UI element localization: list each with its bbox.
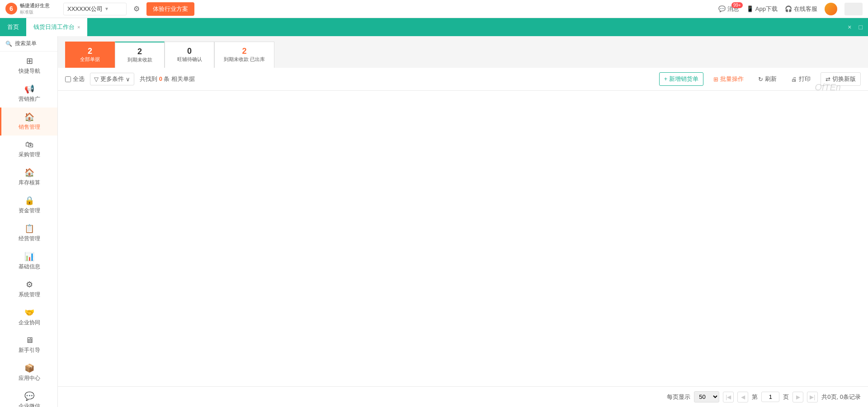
print-icon: 🖨 [791, 76, 797, 83]
tab-maximize-icon[interactable]: □ [857, 22, 864, 33]
service-icon: 🎧 [785, 5, 792, 12]
corp-wechat-icon: 💬 [24, 391, 34, 401]
more-conditions-label: 更多条件 [100, 75, 124, 83]
page-label: 第 [752, 393, 758, 401]
print-btn[interactable]: 🖨 打印 [787, 73, 815, 85]
filter-tab-wangpu[interactable]: 0 旺辅待确认 [165, 42, 214, 68]
app-center-icon: 📦 [24, 363, 34, 373]
sidebar-item-sales[interactable]: 🏠 销售管理 [0, 108, 57, 136]
filter-all-label: 全部单据 [75, 56, 105, 63]
top-header: 6 畅捷通好生意 标准版 XXXXXX公司 ▼ ⚙ 体验行业方案 💬 消息 99… [0, 0, 868, 18]
filter-overdue-count: 2 [124, 47, 155, 56]
user-name-area[interactable] [844, 3, 863, 15]
system-label: 系统管理 [19, 291, 40, 299]
filter-icon: ▽ [94, 76, 99, 83]
page-last-btn[interactable]: ▶| [807, 392, 818, 402]
tab-current[interactable]: 钱货日清工作台 × [26, 18, 87, 36]
per-page-label: 每页显示 [667, 393, 690, 401]
refresh-icon: ↻ [758, 76, 763, 83]
home-tab-label: 首页 [7, 23, 19, 31]
refresh-btn[interactable]: ↻ 刷新 [754, 73, 781, 85]
filter-tab-overdue[interactable]: 2 到期未收款 [115, 42, 165, 68]
sidebar-item-purchase[interactable]: 🛍 采购管理 [0, 136, 57, 163]
page-suffix: 页 [783, 393, 789, 401]
switch-version-btn[interactable]: ⇄ 切换新版 [821, 72, 861, 86]
tab-close-icon[interactable]: × [77, 24, 80, 30]
filter-overdue-label: 到期未收款 [124, 56, 155, 63]
tab-minimize-icon[interactable]: × [846, 22, 853, 33]
filter-all-count: 2 [75, 47, 105, 56]
download-icon: 📱 [746, 5, 754, 12]
more-conditions-btn[interactable]: ▽ 更多条件 ∨ [90, 73, 134, 85]
sidebar-item-system[interactable]: ⚙ 系统管理 [0, 275, 57, 303]
sidebar-item-marketing[interactable]: 📢 营销推广 [0, 80, 57, 108]
found-suffix: 条 相关单据 [164, 75, 195, 82]
sales-label: 销售管理 [19, 123, 40, 131]
current-tab-label: 钱货日清工作台 [33, 23, 75, 31]
select-all-input[interactable] [65, 76, 71, 82]
page-first-btn[interactable]: |◀ [723, 392, 734, 402]
page-size-select[interactable]: 10 20 50 100 [694, 391, 719, 402]
sidebar-search[interactable]: 🔍 搜索菜单 [0, 36, 57, 51]
sidebar-item-corp-collab[interactable]: 🤝 企业协同 [0, 303, 57, 331]
filter-tab-all[interactable]: 2 全部单据 [65, 42, 115, 68]
purchase-label: 采购管理 [19, 151, 40, 159]
quick-nav-label: 快捷导航 [19, 67, 40, 75]
page-input[interactable] [761, 392, 779, 402]
trial-button[interactable]: 体验行业方案 [146, 2, 194, 16]
message-badge: 99+ [731, 2, 743, 8]
sidebar-item-quick-nav[interactable]: ⊞ 快捷导航 [0, 51, 57, 80]
header-right: 💬 消息 99+ 📱 App下载 🎧 在线客服 [718, 3, 863, 15]
company-name: XXXXXX公司 [67, 5, 103, 13]
online-service-action[interactable]: 🎧 在线客服 [785, 5, 817, 13]
message-icon: 💬 [718, 5, 726, 12]
company-selector[interactable]: XXXXXX公司 ▼ [63, 3, 127, 15]
filter-unshipped-count: 2 [224, 47, 265, 56]
empty-state [58, 91, 868, 271]
settings-icon[interactable]: ⚙ [130, 3, 143, 15]
found-prefix: 共找到 [140, 75, 157, 82]
app-download-action[interactable]: 📱 App下载 [746, 5, 778, 13]
add-order-btn[interactable]: + 新增销货单 [659, 72, 703, 86]
table-container [58, 91, 868, 386]
basic-info-icon: 📊 [24, 252, 34, 262]
switch-icon: ⇄ [826, 76, 830, 83]
found-count: 0 [159, 75, 162, 82]
app-version: 标准版 [20, 9, 50, 15]
filter-tab-unshipped[interactable]: 2 到期未收款 已出库 [214, 42, 274, 68]
sidebar-item-operations[interactable]: 📋 经营管理 [0, 219, 57, 247]
print-label: 打印 [799, 75, 811, 83]
page-next-btn[interactable]: ▶ [793, 392, 803, 402]
switch-label: 切换新版 [832, 75, 856, 83]
message-action[interactable]: 💬 消息 99+ [718, 5, 739, 13]
search-icon: 🔍 [5, 41, 12, 47]
select-all-checkbox[interactable]: 全选 [65, 75, 85, 83]
filter-tabs: 2 全部单据 2 到期未收款 0 旺辅待确认 2 到期未收款 已出库 [58, 36, 868, 68]
avatar[interactable] [825, 3, 837, 15]
sidebar-item-basic-info[interactable]: 📊 基础信息 [0, 247, 57, 275]
sidebar-item-inventory[interactable]: 🏠 库存核算 [0, 163, 57, 191]
sidebar: 🔍 搜索菜单 ⊞ 快捷导航 📢 营销推广 🏠 销售管理 🛍 采购管理 🏠 库存核… [0, 36, 58, 407]
page-prev-btn[interactable]: ◀ [737, 392, 748, 402]
sidebar-item-beginner[interactable]: 🖥 新手引导 [0, 331, 57, 359]
operations-label: 经营管理 [19, 235, 40, 243]
corp-collab-icon: 🤝 [24, 308, 34, 318]
marketing-label: 营销推广 [19, 95, 40, 103]
batch-op-btn[interactable]: ⊞ 批量操作 [709, 73, 748, 85]
operations-icon: 📋 [24, 224, 34, 234]
filter-unshipped-label: 到期未收款 已出库 [224, 56, 265, 63]
main-layout: 🔍 搜索菜单 ⊞ 快捷导航 📢 营销推广 🏠 销售管理 🛍 采购管理 🏠 库存核… [0, 36, 868, 407]
tab-controls: × □ [846, 22, 868, 33]
sidebar-item-finance[interactable]: 🔒 资金管理 [0, 191, 57, 219]
corp-wechat-label: 企业微信 [19, 402, 40, 407]
quick-nav-icon: ⊞ [26, 56, 33, 66]
pagination: 每页显示 10 20 50 100 |◀ ◀ 第 页 ▶ ▶| 共0页, 0条记… [58, 386, 868, 407]
sidebar-item-app-center[interactable]: 📦 应用中心 [0, 359, 57, 387]
purchase-icon: 🛍 [25, 140, 33, 150]
chevron-icon: ∨ [126, 76, 130, 83]
tab-home[interactable]: 首页 [0, 18, 26, 36]
app-download-label: App下载 [755, 5, 778, 13]
sidebar-item-corp-wechat[interactable]: 💬 企业微信 [0, 387, 57, 407]
inventory-icon: 🏠 [24, 168, 34, 178]
beginner-label: 新手引导 [19, 346, 40, 354]
